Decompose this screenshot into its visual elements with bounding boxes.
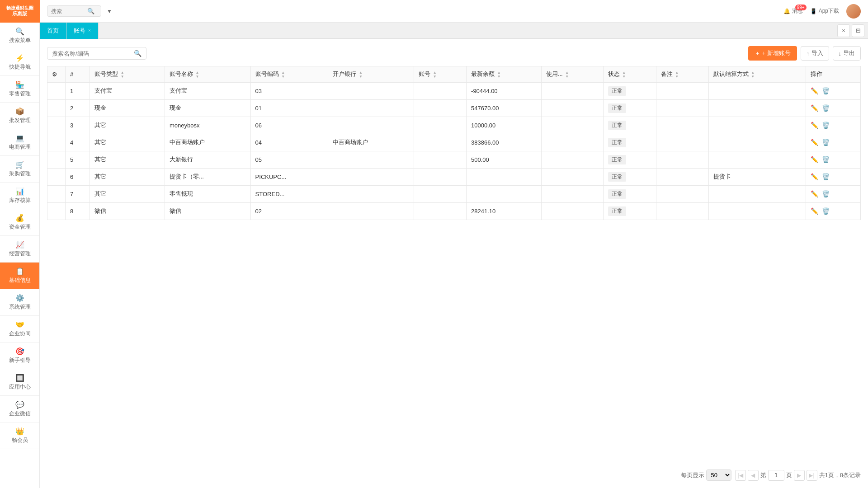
delete-icon[interactable]: 🗑️ xyxy=(822,156,830,163)
edit-icon[interactable]: ✏️ xyxy=(811,139,818,146)
cell-status: 正常 xyxy=(603,82,656,99)
page-size-select[interactable]: 10 20 50 100 xyxy=(706,469,731,481)
add-account-button[interactable]: ＋ + 新增账号 xyxy=(748,46,797,61)
cell-bank xyxy=(328,185,414,202)
col-account-name[interactable]: 账号名称 ▲▼ xyxy=(165,66,250,83)
delete-icon[interactable]: 🗑️ xyxy=(822,104,830,112)
cell-settings xyxy=(47,185,66,202)
col-actions: 操作 xyxy=(806,66,861,83)
cell-account-type: 其它 xyxy=(90,151,165,168)
retail-icon: 🏪 xyxy=(2,80,38,89)
sidebar-item-quick-nav[interactable]: ⚡ 快捷导航 xyxy=(0,49,39,76)
cell-settings xyxy=(47,82,66,99)
cell-settings xyxy=(47,202,66,220)
col-account-code[interactable]: 账号编码 ▲▼ xyxy=(250,66,328,83)
table-search-input[interactable] xyxy=(52,50,134,57)
cell-bank xyxy=(328,117,414,134)
export-button[interactable]: ↓ 导出 xyxy=(833,46,861,61)
sidebar-item-basic-info[interactable]: 📋 基础信息 xyxy=(0,263,39,289)
sidebar-item-capital-mgmt[interactable]: 💰 资金管理 xyxy=(0,209,39,236)
import-label: 导入 xyxy=(811,49,823,57)
first-page-button[interactable]: |◀ xyxy=(735,470,746,481)
topbar-search-input[interactable] xyxy=(51,8,87,14)
import-icon: ↑ xyxy=(807,50,810,57)
cell-no: 4 xyxy=(66,134,90,151)
edit-icon[interactable]: ✏️ xyxy=(811,87,818,94)
edit-icon[interactable]: ✏️ xyxy=(811,122,818,129)
sidebar-item-ops-mgmt[interactable]: 📈 经营管理 xyxy=(0,236,39,263)
delete-icon[interactable]: 🗑️ xyxy=(822,122,830,129)
app-logo[interactable]: 畅捷通财生圈 乐惠版 xyxy=(0,0,40,23)
sidebar-item-sys-mgmt[interactable]: ⚙️ 系统管理 xyxy=(0,289,39,316)
col-balance[interactable]: 最新余额 ▲▼ xyxy=(467,66,542,83)
sidebar-item-wholesale-mgmt[interactable]: 📦 批发管理 xyxy=(0,103,39,129)
col-account-type[interactable]: 账号类型 ▲▼ xyxy=(90,66,165,83)
import-button[interactable]: ↑ 导入 xyxy=(801,46,829,61)
cell-account-type: 现金 xyxy=(90,99,165,117)
sidebar-item-label: 企业微信 xyxy=(9,410,31,417)
sidebar-item-retail-mgmt[interactable]: 🏪 零售管理 xyxy=(0,76,39,103)
table-search-icon[interactable]: 🔍 xyxy=(134,50,142,57)
topbar-search-box[interactable]: 🔍 xyxy=(47,5,101,17)
sidebar-item-inventory[interactable]: 📊 库存核算 xyxy=(0,183,39,209)
col-usage[interactable]: 使用... ▲▼ xyxy=(541,66,603,83)
status-badge: 正常 xyxy=(608,155,626,164)
edit-icon[interactable]: ✏️ xyxy=(811,190,818,197)
delete-icon[interactable]: 🗑️ xyxy=(822,190,830,197)
delete-icon[interactable]: 🗑️ xyxy=(822,207,830,215)
sidebar-item-vip-member[interactable]: 👑 畅会员 xyxy=(0,422,39,449)
cell-account-name: 中百商场账户 xyxy=(165,134,250,151)
ops-icon: 📈 xyxy=(2,240,38,249)
sidebar-item-ecommerce-mgmt[interactable]: 💻 电商管理 xyxy=(0,129,39,156)
cell-status: 正常 xyxy=(603,202,656,220)
page-input[interactable] xyxy=(768,470,784,481)
sidebar-item-enterprise-wechat[interactable]: 💬 企业微信 xyxy=(0,396,39,422)
next-page-button[interactable]: ▶ xyxy=(794,470,805,481)
topbar-dropdown[interactable]: ▼ xyxy=(107,8,112,14)
tab-close-icon[interactable]: × xyxy=(88,28,91,33)
cell-remark xyxy=(656,185,708,202)
sidebar-item-label: 资金管理 xyxy=(9,224,31,230)
col-status[interactable]: 状态 ▲▼ xyxy=(603,66,656,83)
cell-settings xyxy=(47,99,66,117)
new-guide-icon: 🎯 xyxy=(2,347,38,356)
cell-no: 6 xyxy=(66,168,90,185)
table-row: 2 现金 现金 01 547670.00 正常 ✏️ 🗑️ xyxy=(47,99,861,117)
col-account-no[interactable]: 账号 ▲▼ xyxy=(414,66,467,83)
edit-icon[interactable]: ✏️ xyxy=(811,156,818,163)
user-avatar[interactable] xyxy=(846,4,861,19)
tab-account[interactable]: 账号 × xyxy=(66,23,99,39)
delete-icon[interactable]: 🗑️ xyxy=(822,87,830,94)
col-default-settlement[interactable]: 默认结算方式 ▲▼ xyxy=(708,66,806,83)
cell-no: 3 xyxy=(66,117,90,134)
add-icon: ＋ xyxy=(755,49,760,57)
sidebar-item-new-guide[interactable]: 🎯 新手引导 xyxy=(0,343,39,369)
cell-account-type: 支付宝 xyxy=(90,82,165,99)
message-button[interactable]: 🔔 消息 99+ xyxy=(783,7,803,15)
sidebar-item-purchase-mgmt[interactable]: 🛒 采购管理 xyxy=(0,156,39,183)
table-search-box[interactable]: 🔍 xyxy=(47,47,146,60)
purchase-icon: 🛒 xyxy=(2,160,38,169)
minimize-tab-button[interactable]: ⊟ xyxy=(852,24,864,37)
sidebar-item-app-center[interactable]: 🔲 应用中心 xyxy=(0,369,39,396)
cell-account-code: 03 xyxy=(250,82,328,99)
sort-icon: ▲▼ xyxy=(622,70,626,79)
col-settings[interactable]: ⚙ xyxy=(47,66,66,83)
col-remark[interactable]: 备注 ▲▼ xyxy=(656,66,708,83)
prev-page-button[interactable]: ◀ xyxy=(748,470,759,481)
delete-icon[interactable]: 🗑️ xyxy=(822,139,830,146)
sidebar-item-enterprise-agreement[interactable]: 🤝 企业协同 xyxy=(0,316,39,343)
col-bank[interactable]: 开户银行 ▲▼ xyxy=(328,66,414,83)
action-buttons: ＋ + 新增账号 ↑ 导入 ↓ 导出 xyxy=(748,46,861,61)
edit-icon[interactable]: ✏️ xyxy=(811,173,818,180)
cell-usage xyxy=(541,185,603,202)
sidebar-item-search-menu[interactable]: 🔍 搜索菜单 xyxy=(0,23,39,49)
quick-nav-icon: ⚡ xyxy=(2,54,38,62)
edit-icon[interactable]: ✏️ xyxy=(811,207,818,215)
delete-icon[interactable]: 🗑️ xyxy=(822,173,830,180)
last-page-button[interactable]: ▶| xyxy=(807,470,817,481)
app-download-button[interactable]: 📱 App下载 xyxy=(810,7,839,15)
tab-home[interactable]: 首页 xyxy=(40,23,66,39)
close-tab-button[interactable]: × xyxy=(837,24,850,37)
edit-icon[interactable]: ✏️ xyxy=(811,104,818,112)
